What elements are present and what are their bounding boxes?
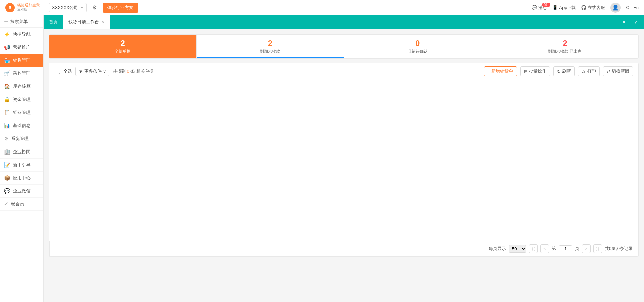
stat-num-wangwang-confirm: 0 — [350, 39, 486, 48]
sidebar-item-member[interactable]: ✔畅会员 — [0, 198, 43, 211]
print-icon: 🖨 — [582, 69, 586, 74]
stat-label-all: 全部单据 — [55, 49, 191, 54]
sidebar-item-finance[interactable]: 🔒资金管理 — [0, 93, 43, 106]
switch-icon: ⇄ — [607, 69, 610, 74]
logo-area: 6 畅捷通好生意 标准版 — [5, 3, 49, 12]
finance-icon: 🔒 — [4, 97, 10, 103]
refresh-label: 刷新 — [562, 68, 571, 74]
service-icon: 🎧 — [581, 5, 586, 10]
cooperation-icon: 🏢 — [4, 149, 10, 155]
sidebar-item-label: 企业微信 — [13, 188, 31, 194]
username[interactable]: OfTEn — [626, 5, 639, 10]
batch-ops-btn[interactable]: ⊞ 批量操作 — [520, 66, 550, 76]
tab-1[interactable]: 钱货日清工作台✕ — [63, 15, 110, 29]
sidebar-search-label: 搜索菜单 — [10, 19, 28, 25]
system-icon: ⚙ — [4, 136, 8, 142]
tab-label: 首页 — [49, 19, 58, 25]
pagination-bar: 每页显示 50 100 200 ⟨⟨ ＜ 第 页 ＞ ⟩⟩ 共0页,0条记录 — [49, 241, 638, 257]
first-page-btn[interactable]: ⟨⟨ — [529, 244, 538, 253]
main-content: 2 全部单据 2 到期未收款 0 旺辅待确认 2 到期未收款 已出库 全选 ▼ … — [44, 29, 644, 302]
company-selector[interactable]: XXXXXX公司 ▼ — [49, 3, 87, 12]
sidebar-item-label: 基础信息 — [13, 123, 31, 129]
online-service-btn[interactable]: 🎧 在线客服 — [581, 5, 605, 11]
settings-icon[interactable]: ⚙ — [90, 3, 99, 12]
toolbar: 全选 ▼ 更多条件 ∨ 共找到 0 条 相关单据 + 新增销货单 ⊞ 批量操作 — [49, 63, 638, 80]
app-logo-icon: 6 — [5, 3, 15, 12]
sidebar-item-purchase[interactable]: 🛒采购管理 — [0, 67, 43, 80]
tab-0[interactable]: 首页 — [44, 15, 63, 29]
batch-ops-icon: ⊞ — [524, 69, 528, 74]
next-page-btn[interactable]: ＞ — [582, 244, 591, 253]
message-btn[interactable]: 💬 消息 99+ — [532, 5, 547, 11]
trial-btn[interactable]: 体验行业方案 — [103, 3, 138, 13]
sidebar-item-operation[interactable]: 📋经营管理 — [0, 106, 43, 119]
sidebar-item-app-center[interactable]: 📦应用中心 — [0, 172, 43, 185]
stat-num-all: 2 — [55, 39, 191, 48]
sidebar: ☰ 搜索菜单 ⚡快捷导航📢营销推广🏪销售管理🛒采购管理🏠库存核算🔒资金管理📋经营… — [0, 0, 44, 302]
sidebar-item-label: 营销推广 — [13, 44, 31, 50]
sidebar-item-quick-nav[interactable]: ⚡快捷导航 — [0, 28, 43, 41]
page-size-select[interactable]: 50 100 200 — [509, 245, 526, 253]
sidebar-item-label: 企业协同 — [13, 149, 31, 155]
batch-ops-label: 批量操作 — [529, 68, 546, 74]
stat-card-due-unpaid[interactable]: 2 到期未收款 — [197, 35, 344, 58]
select-all-checkbox[interactable] — [55, 69, 60, 74]
message-badge: 99+ — [542, 3, 550, 7]
filter-dropdown-icon: ∨ — [103, 69, 106, 74]
page-input[interactable] — [559, 245, 572, 252]
sales-icon: 🏪 — [4, 57, 10, 63]
sidebar-item-marketing[interactable]: 📢营销推广 — [0, 41, 43, 54]
expand-tab-icon[interactable]: ⤢ — [631, 17, 641, 27]
stat-label-due-unshipped: 到期未收款 已出库 — [497, 49, 633, 54]
table-area — [49, 80, 638, 241]
sidebar-item-label: 系统管理 — [11, 136, 29, 142]
print-btn[interactable]: 🖨 打印 — [578, 66, 600, 76]
operation-icon: 📋 — [4, 110, 10, 116]
stat-label-due-unpaid: 到期未收款 — [202, 49, 338, 54]
search-icon: ☰ — [4, 19, 8, 24]
member-icon: ✔ — [4, 201, 8, 207]
found-unit: 条 — [130, 69, 135, 74]
avatar[interactable]: 👤 — [610, 3, 621, 13]
stats-row: 2 全部单据 2 到期未收款 0 旺辅待确认 2 到期未收款 已出库 — [49, 34, 639, 59]
company-selector-arrow-icon: ▼ — [80, 6, 84, 9]
more-filters-btn[interactable]: ▼ 更多条件 ∨ — [75, 67, 109, 76]
app-center-icon: 📦 — [4, 175, 10, 181]
top-header: 6 畅捷通好生意 标准版 XXXXXX公司 ▼ ⚙ 体验行业方案 💬 消息 99… — [0, 0, 644, 15]
prev-page-btn[interactable]: ＜ — [540, 244, 549, 253]
sidebar-search[interactable]: ☰ 搜索菜单 — [0, 15, 43, 28]
sidebar-item-label: 畅会员 — [11, 201, 24, 207]
wechat-icon: 💬 — [4, 188, 10, 194]
sidebar-item-wechat[interactable]: 💬企业微信 — [0, 185, 43, 198]
sidebar-item-guide[interactable]: 📝新手引导 — [0, 159, 43, 172]
inventory-icon: 🏠 — [4, 83, 10, 89]
sidebar-item-label: 库存核算 — [13, 83, 31, 89]
company-name: XXXXXX公司 — [52, 5, 78, 11]
sidebar-item-label: 经营管理 — [13, 110, 31, 116]
sidebar-item-label: 应用中心 — [13, 175, 31, 181]
sidebar-item-sales[interactable]: 🏪销售管理 — [0, 54, 43, 67]
sidebar-item-cooperation[interactable]: 🏢企业协同 — [0, 145, 43, 159]
filter-icon: ▼ — [78, 69, 83, 74]
app-download-btn[interactable]: 📱 App下载 — [552, 5, 576, 11]
basic-info-icon: 📊 — [4, 123, 10, 129]
last-page-btn[interactable]: ⟩⟩ — [593, 244, 602, 253]
stat-card-all[interactable]: 2 全部单据 — [49, 35, 197, 58]
sidebar-item-basic-info[interactable]: 📊基础信息 — [0, 119, 43, 132]
close-tab-btn[interactable]: ✕ — [101, 20, 104, 24]
sidebar-item-label: 采购管理 — [13, 70, 31, 76]
sidebar-item-system[interactable]: ⚙系统管理 — [0, 132, 43, 145]
add-sale-btn[interactable]: + 新增销货单 — [484, 66, 517, 76]
stat-card-wangwang-confirm[interactable]: 0 旺辅待确认 — [344, 35, 491, 58]
app-name: 畅捷通好生意 — [17, 3, 40, 7]
stat-num-due-unshipped: 2 — [497, 39, 633, 48]
sidebar-item-inventory[interactable]: 🏠库存核算 — [0, 80, 43, 93]
stat-num-due-unpaid: 2 — [202, 39, 338, 48]
refresh-btn[interactable]: ↻ 刷新 — [553, 66, 575, 76]
stat-card-due-unshipped[interactable]: 2 到期未收款 已出库 — [491, 35, 638, 58]
close-tab-icon[interactable]: ✕ — [619, 17, 629, 27]
switch-version-btn[interactable]: ⇄ 切换新版 — [603, 66, 633, 76]
print-label: 打印 — [587, 68, 596, 74]
sidebar-item-label: 销售管理 — [13, 57, 31, 63]
purchase-icon: 🛒 — [4, 70, 10, 76]
